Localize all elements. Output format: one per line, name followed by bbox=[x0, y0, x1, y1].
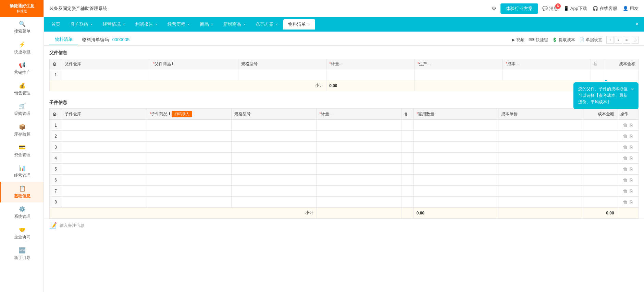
child-spec-input[interactable] bbox=[232, 175, 316, 185]
copy-icon[interactable]: ⎘ bbox=[630, 155, 632, 161]
child-goods-cell[interactable] bbox=[147, 153, 232, 164]
parent-cost-cell[interactable] bbox=[503, 69, 591, 80]
child-warehouse-input[interactable] bbox=[62, 153, 147, 163]
child-need-qty-cell[interactable] bbox=[413, 175, 498, 186]
child-goods-input[interactable] bbox=[147, 120, 232, 130]
child-need-qty-input[interactable] bbox=[414, 186, 498, 196]
child-goods-input[interactable] bbox=[147, 142, 232, 152]
sidebar-item-search[interactable]: 🔍 搜索菜单 bbox=[0, 17, 44, 38]
child-cost-price-input[interactable] bbox=[498, 153, 583, 163]
parent-cost-input[interactable] bbox=[503, 69, 591, 80]
close-all-tabs-button[interactable]: × bbox=[633, 21, 641, 27]
tab-profit[interactable]: 利润报告 × bbox=[131, 19, 162, 30]
child-spec-cell[interactable] bbox=[232, 120, 317, 131]
child-cost-price-input[interactable] bbox=[498, 142, 583, 152]
gear-button[interactable]: ⚙ bbox=[492, 5, 496, 12]
child-need-qty-cell[interactable] bbox=[413, 120, 498, 131]
child-cost-price-input[interactable] bbox=[498, 175, 583, 185]
online-service-button[interactable]: 🎧 在线客服 bbox=[593, 5, 617, 12]
parent-th-gear[interactable]: ⚙ bbox=[50, 59, 62, 69]
child-need-qty-cell[interactable] bbox=[413, 131, 498, 142]
delete-icon[interactable]: 🗑 bbox=[623, 188, 628, 194]
sidebar-item-system[interactable]: ⚙️ 系统管理 bbox=[0, 202, 44, 223]
tab-barcode[interactable]: 条码方案 × bbox=[251, 19, 283, 30]
child-qty-input[interactable] bbox=[317, 131, 401, 141]
nav-menu-button[interactable]: ≡ bbox=[623, 36, 630, 44]
user-button[interactable]: 👤 用友 bbox=[623, 5, 639, 12]
delete-icon[interactable]: 🗑 bbox=[623, 166, 628, 172]
tooltip-close-button[interactable]: × bbox=[631, 86, 634, 93]
child-cost-price-cell[interactable] bbox=[498, 186, 583, 197]
sidebar-item-basic-info[interactable]: 📋 基础信息 bbox=[0, 182, 44, 202]
nav-prev-button[interactable]: ‹ bbox=[606, 36, 614, 44]
child-need-qty-input[interactable] bbox=[414, 153, 498, 163]
sidebar-item-marketing[interactable]: 📢 营销推广 bbox=[0, 58, 44, 79]
copy-icon[interactable]: ⎘ bbox=[630, 122, 632, 128]
child-warehouse-cell[interactable] bbox=[62, 197, 147, 208]
child-cost-price-input[interactable] bbox=[498, 197, 583, 207]
nav-expand-button[interactable]: ⊞ bbox=[631, 36, 639, 44]
child-spec-input[interactable] bbox=[232, 153, 316, 163]
child-cost-price-cell[interactable] bbox=[498, 131, 583, 142]
tab-barcode-close[interactable]: × bbox=[276, 22, 278, 26]
copy-icon[interactable]: ⎘ bbox=[630, 188, 632, 194]
tab-new-goods[interactable]: 新增商品 × bbox=[219, 19, 250, 30]
tab-bom-close[interactable]: × bbox=[308, 22, 310, 26]
child-qty-input[interactable] bbox=[317, 186, 401, 196]
child-warehouse-input[interactable] bbox=[62, 131, 147, 141]
tab-goods[interactable]: 商品 × bbox=[195, 19, 218, 30]
tab-new-goods-close[interactable]: × bbox=[243, 22, 245, 26]
child-cost-price-cell[interactable] bbox=[498, 142, 583, 153]
parent-qty-cell[interactable] bbox=[326, 69, 414, 80]
copy-icon[interactable]: ⎘ bbox=[630, 199, 632, 205]
child-warehouse-cell[interactable] bbox=[62, 175, 147, 186]
child-need-qty-input[interactable] bbox=[414, 131, 498, 141]
child-spec-cell[interactable] bbox=[232, 197, 317, 208]
child-warehouse-cell[interactable] bbox=[62, 120, 147, 131]
child-cost-price-cell[interactable] bbox=[498, 164, 583, 175]
copy-icon[interactable]: ⎘ bbox=[630, 166, 632, 172]
child-spec-cell[interactable] bbox=[232, 164, 317, 175]
child-goods-input[interactable] bbox=[147, 153, 232, 163]
child-cost-price-cell[interactable] bbox=[498, 153, 583, 164]
sidebar-item-sales[interactable]: 💰 销售管理 bbox=[0, 79, 44, 100]
child-spec-cell[interactable] bbox=[232, 175, 317, 186]
child-need-qty-cell[interactable] bbox=[413, 164, 498, 175]
child-need-qty-input[interactable] bbox=[414, 142, 498, 152]
child-th-gear[interactable]: ⚙ bbox=[50, 109, 62, 120]
parent-warehouse-input[interactable] bbox=[62, 69, 150, 80]
parent-goods-cell[interactable] bbox=[150, 69, 238, 80]
child-cost-price-cell[interactable] bbox=[498, 175, 583, 186]
parent-qty-input[interactable] bbox=[326, 69, 414, 80]
child-warehouse-cell[interactable] bbox=[62, 186, 147, 197]
child-spec-input[interactable] bbox=[232, 142, 316, 152]
child-need-qty-input[interactable] bbox=[414, 120, 498, 130]
child-goods-cell[interactable] bbox=[147, 197, 232, 208]
child-warehouse-input[interactable] bbox=[62, 164, 147, 174]
delete-icon[interactable]: 🗑 bbox=[623, 155, 628, 161]
tab-operations-close[interactable]: × bbox=[123, 22, 125, 26]
child-warehouse-input[interactable] bbox=[62, 120, 147, 130]
sidebar-item-purchase[interactable]: 🛒 采购管理 bbox=[0, 100, 44, 120]
child-qty-input[interactable] bbox=[317, 142, 401, 152]
child-qty-cell[interactable] bbox=[316, 197, 401, 208]
view-action[interactable]: ▶ 视频 bbox=[512, 37, 524, 43]
child-warehouse-cell[interactable] bbox=[62, 131, 147, 142]
child-qty-input[interactable] bbox=[317, 164, 401, 174]
parent-warehouse-cell[interactable] bbox=[62, 69, 150, 80]
tab-history-close[interactable]: × bbox=[187, 22, 189, 26]
child-cost-price-input[interactable] bbox=[498, 120, 583, 130]
extract-cost-action[interactable]: 💲 提取成本 bbox=[552, 37, 575, 43]
sidebar-item-finance[interactable]: 💳 资金管理 bbox=[0, 141, 44, 161]
child-qty-cell[interactable] bbox=[316, 153, 401, 164]
tab-customer-close[interactable]: × bbox=[90, 22, 92, 26]
child-qty-input[interactable] bbox=[317, 175, 401, 185]
child-warehouse-cell[interactable] bbox=[62, 164, 147, 175]
tab-home[interactable]: 首页 bbox=[47, 19, 65, 30]
parent-goods-input[interactable] bbox=[150, 69, 238, 80]
child-goods-input[interactable] bbox=[147, 186, 232, 196]
child-qty-cell[interactable] bbox=[316, 164, 401, 175]
child-spec-input[interactable] bbox=[232, 186, 316, 196]
child-warehouse-input[interactable] bbox=[62, 142, 147, 152]
delete-icon[interactable]: 🗑 bbox=[623, 199, 628, 205]
